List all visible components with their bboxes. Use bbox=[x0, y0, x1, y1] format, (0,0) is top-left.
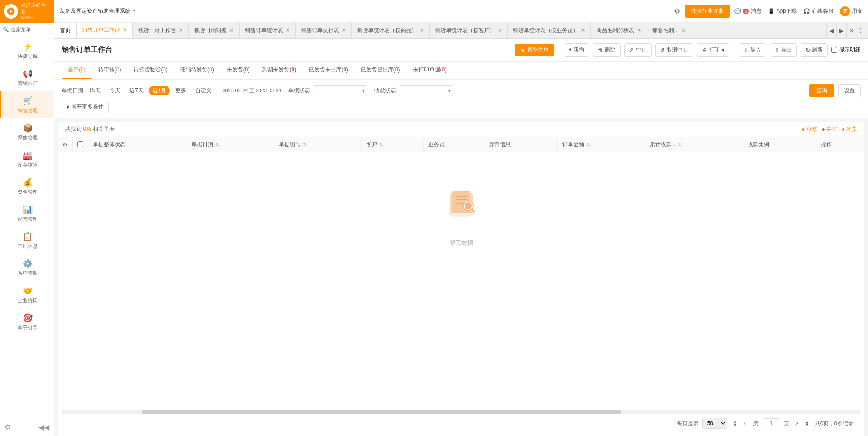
subtab-pending-review[interactable]: 待审核(0) bbox=[92, 62, 128, 79]
th-number[interactable]: 单据编号 ⇅ bbox=[274, 137, 361, 152]
expand-btn[interactable]: ▾ 展开更多条件 bbox=[62, 101, 109, 113]
tab-sales-by-customer[interactable]: 销货单统计表（按客户） ✕ bbox=[430, 23, 508, 39]
sidebar-item-nav[interactable]: ⚡ 快捷导航 bbox=[0, 37, 54, 64]
tab-close-sales-exec[interactable]: ✕ bbox=[342, 28, 346, 33]
page-prev-btn[interactable]: ‹ bbox=[741, 419, 748, 427]
tab-prev-btn[interactable]: ◀ bbox=[826, 23, 836, 39]
subtab-shipped-not-out[interactable]: 已发货未出库(0) bbox=[302, 62, 355, 79]
status-select[interactable] bbox=[313, 85, 367, 96]
export-btn[interactable]: ⇧ 导出 bbox=[770, 43, 797, 57]
customer-sort-icon[interactable]: ⇅ bbox=[379, 142, 383, 147]
sidebar-item-marketing[interactable]: 📢 营销推广 bbox=[0, 64, 54, 91]
stop-btn[interactable]: ⊘ 中止 bbox=[624, 43, 652, 57]
page-last-btn[interactable]: ⟫ bbox=[803, 419, 811, 427]
cancel-stop-btn[interactable]: ↺ 取消中止 bbox=[655, 43, 693, 57]
show-detail-checkbox[interactable] bbox=[831, 47, 837, 53]
tab-sales-by-product[interactable]: 销货单统计表（按商品） ✕ bbox=[352, 23, 430, 39]
sidebar-item-inventory[interactable]: 🏭 库存核算 bbox=[0, 146, 54, 173]
tab-gross-margin[interactable]: 商品毛利分析表 ✕ bbox=[591, 23, 647, 39]
tab-close-sales-by-staff[interactable]: ✕ bbox=[581, 28, 585, 33]
scrollbar-thumb[interactable] bbox=[142, 410, 621, 414]
tab-sales-exec[interactable]: 销售订单执行表 ✕ bbox=[296, 23, 352, 39]
sidebar-search-btn[interactable]: 🔍 搜索菜单 bbox=[0, 23, 54, 37]
query-btn[interactable]: 查询 bbox=[809, 84, 834, 97]
online-service-btn[interactable]: 🎧 在线客服 bbox=[803, 7, 834, 15]
th-setting[interactable]: ⚙ bbox=[58, 137, 72, 152]
page-first-btn[interactable]: ⟪ bbox=[731, 419, 739, 427]
tab-close-cash-daily[interactable]: ✕ bbox=[179, 28, 183, 33]
industry-btn[interactable]: 体验行业方案 bbox=[685, 5, 730, 18]
th-date[interactable]: 单据日期 ⇅ bbox=[187, 137, 274, 152]
tab-sales-stats[interactable]: 销售订单统计表 ✕ bbox=[240, 23, 296, 39]
tab-close-sales-more[interactable]: ✕ bbox=[681, 28, 686, 33]
tab-sales-workbench[interactable]: 销售订单工作台 ✕ bbox=[77, 23, 133, 39]
tab-close-sales-workbench[interactable]: ✕ bbox=[123, 27, 127, 33]
settings-icon[interactable]: ⚙ bbox=[5, 423, 11, 431]
tab-close-sales-stats[interactable]: ✕ bbox=[286, 28, 290, 33]
user-btn[interactable]: 友 用友 bbox=[840, 6, 863, 16]
subtab-pending-inspect[interactable]: 待拣货验货(0) bbox=[127, 62, 174, 79]
subtab-wangpu-pending-ship[interactable]: 旺铺待发货(0) bbox=[174, 62, 221, 79]
tab-close-gross-margin[interactable]: ✕ bbox=[637, 28, 641, 33]
subtab-not-shipped[interactable]: 未发货(0) bbox=[221, 62, 256, 79]
collapse-icon[interactable]: ◀◀ bbox=[38, 423, 49, 431]
sidebar-item-purchase[interactable]: 📦 采购管理 bbox=[0, 118, 54, 146]
add-btn[interactable]: + 新增 bbox=[564, 43, 589, 57]
select-all-checkbox[interactable] bbox=[77, 141, 83, 147]
delete-btn[interactable]: 🗑 删除 bbox=[593, 43, 621, 57]
page-input[interactable] bbox=[763, 418, 779, 428]
tab-cash-reconcile[interactable]: 钱货日清对账 ✕ bbox=[189, 23, 240, 39]
subtab-shipped-out[interactable]: 已发货已出库(0) bbox=[355, 62, 407, 79]
sidebar-item-finance[interactable]: 💰 资金管理 bbox=[0, 173, 54, 200]
tab-sales-more[interactable]: 销售毛利... ✕ bbox=[647, 23, 691, 39]
date-opt-today[interactable]: 今天 bbox=[106, 86, 124, 95]
subtab-overdue-not-shipped[interactable]: 到期未发货(0) bbox=[256, 62, 302, 79]
sidebar-item-sales[interactable]: 🛒 销售管理 bbox=[0, 91, 54, 118]
tab-close-sales-by-product[interactable]: ✕ bbox=[420, 28, 424, 33]
date-opt-custom[interactable]: 自定义 bbox=[192, 86, 215, 95]
review-action-btn[interactable]: ● 审核 bbox=[801, 125, 817, 133]
filter-setting-btn[interactable]: 设置 bbox=[838, 84, 861, 97]
table-scroll[interactable]: ⚙ 单据整体状态 单据日期 ⇅ 单据编号 ⇅ bbox=[58, 137, 864, 410]
reject-action-btn[interactable]: ● 弃审 bbox=[822, 125, 837, 133]
tab-close-sales-by-customer[interactable]: ✕ bbox=[498, 28, 502, 33]
date-opt-yesterday[interactable]: 昨天 bbox=[86, 86, 104, 95]
sidebar-item-system[interactable]: ⚙️ 系统管理 bbox=[0, 254, 54, 281]
date-opt-more[interactable]: 更多 bbox=[172, 86, 190, 95]
sidebar-item-operation[interactable]: 📊 经营管理 bbox=[0, 200, 54, 227]
date-opt-1month[interactable]: 近1月 bbox=[149, 86, 170, 95]
payment-select[interactable] bbox=[399, 85, 453, 96]
date-sort-icon[interactable]: ⇅ bbox=[216, 142, 219, 147]
th-customer[interactable]: 客户 ⇅ bbox=[362, 137, 424, 152]
smart-create-btn[interactable]: ★ 智能生单 bbox=[515, 44, 554, 56]
date-opt-7days[interactable]: 近7天 bbox=[126, 86, 147, 95]
tab-next-btn[interactable]: ▶ bbox=[836, 23, 846, 39]
subtab-not-printed[interactable]: 未打印单据(0) bbox=[407, 62, 453, 79]
tab-sales-by-staff[interactable]: 销货单统计表（按业务员） ✕ bbox=[508, 23, 591, 39]
refresh-btn[interactable]: ↻ 刷新 bbox=[801, 43, 828, 57]
th-amount[interactable]: 订单金额 ⇅ bbox=[557, 137, 645, 152]
app-download-btn[interactable]: 📱 App下载 bbox=[768, 7, 797, 15]
page-next-btn[interactable]: › bbox=[794, 419, 801, 427]
tab-close-cash-reconcile[interactable]: ✕ bbox=[230, 28, 234, 33]
topbar-gear-icon[interactable]: ⚙ bbox=[674, 7, 680, 15]
amount-sort-icon[interactable]: ⇅ bbox=[586, 142, 590, 147]
import-btn[interactable]: ⇩ 导入 bbox=[739, 43, 766, 57]
subtab-all[interactable]: 全部(0) bbox=[62, 62, 92, 79]
ship-action-btn[interactable]: ● 发货 bbox=[842, 125, 857, 133]
scrollbar-track[interactable] bbox=[62, 410, 861, 414]
tab-cash-daily[interactable]: 钱货日清工作台 ✕ bbox=[133, 23, 189, 39]
tab-fullscreen-btn[interactable]: ⛶ bbox=[857, 23, 868, 39]
tab-home[interactable]: 首页 bbox=[54, 23, 77, 39]
message-btn[interactable]: 💬 6 消息 bbox=[734, 7, 762, 15]
sidebar-item-enterprise[interactable]: 🤝 企业协同 bbox=[0, 281, 54, 308]
number-sort-icon[interactable]: ⇅ bbox=[303, 142, 307, 147]
tab-close-all-btn[interactable]: ✕ bbox=[846, 23, 857, 39]
show-detail-label[interactable]: 显示明细 bbox=[831, 46, 861, 54]
sidebar-item-guide[interactable]: 🎯 新手引导 bbox=[0, 308, 54, 336]
th-collected[interactable]: 累计收款... ⇅ bbox=[645, 137, 743, 152]
collected-sort-icon[interactable]: ⇅ bbox=[678, 142, 682, 147]
page-size-select[interactable]: 10 20 50 100 bbox=[702, 418, 727, 429]
print-btn[interactable]: 🖨 打印 ▾ bbox=[697, 43, 729, 57]
th-checkbox[interactable] bbox=[72, 137, 88, 152]
